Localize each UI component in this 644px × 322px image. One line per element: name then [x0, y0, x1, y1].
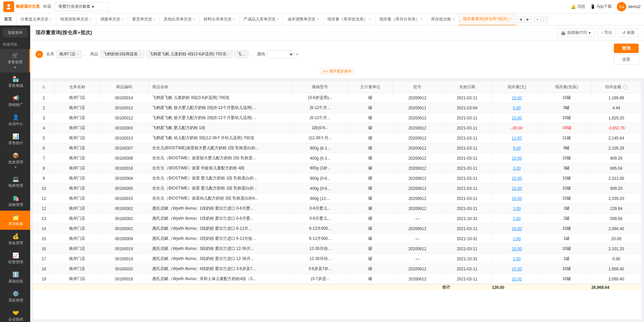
cell-qty[interactable]: 10.00 — [492, 93, 542, 103]
tab-transfer[interactable]: 调拨单历史 × — [96, 13, 128, 25]
tab-product-in[interactable]: 产成品入库单历史 × — [239, 13, 283, 25]
table-row: 1 南岸门店 00100014 飞鹤星飞帆 儿童奶粉 4段(3-6岁适用) 70… — [33, 93, 641, 103]
tab-home[interactable]: 首页 — [0, 13, 16, 25]
cell-qty[interactable]: 10.00 — [492, 224, 542, 234]
product-tag-1[interactable]: 飞鹤星飞帆 儿童奶粉 4段(3-6岁适用) 700克 × — [146, 50, 233, 58]
cell-qty[interactable]: 2.00 — [492, 214, 542, 224]
search-menu-button[interactable]: 搜索菜单 — [3, 28, 28, 37]
table-row: 19 南岸门店 00100018 惠氏启赋（Wyeth illuma）亲和人体儿… — [33, 274, 641, 284]
cell-batch: — — [392, 254, 442, 264]
sidebar-item-label: 零售商城 — [8, 83, 23, 88]
cell-qty[interactable]: 10.00 — [492, 153, 542, 163]
sidebar-item-system[interactable]: ⚙️ 系统管理 — [0, 287, 30, 306]
close-icon[interactable]: × — [369, 17, 371, 21]
cell-code: 00100003 — [99, 123, 149, 133]
tab-demand[interactable]: 要货单历史 × — [128, 13, 160, 25]
quick-nav-label[interactable]: 快捷导航 — [0, 40, 30, 49]
close-icon[interactable]: × — [421, 17, 423, 21]
messages-button[interactable]: 🔔 消息 — [571, 4, 585, 9]
tab-batch-ledger[interactable]: 库存批次账 × — [427, 13, 459, 25]
sidebar-item-enterprise[interactable]: 🤝 企业协同 — [0, 306, 30, 322]
cell-spec: 0-6月婴儿... — [292, 204, 348, 214]
tab-material-out[interactable]: 材料出库单历史 × — [200, 13, 239, 25]
product-tag-close-icon[interactable]: × — [139, 52, 141, 56]
cell-qty[interactable]: 10.00 — [492, 274, 542, 284]
setting-button[interactable]: 设置 — [614, 54, 639, 65]
table-body: 1 南岸门店 00100014 飞鹤星飞帆 儿童奶粉 4段(3-6岁适用) 70… — [33, 93, 641, 284]
close-icon[interactable]: × — [509, 17, 512, 21]
query-button[interactable]: 查询 — [614, 44, 639, 53]
sidebar-item-retail[interactable]: 🛒 零售管理 ▼ — [0, 49, 30, 72]
warehouse-more-button[interactable]: ... — [84, 52, 87, 56]
product-more-button[interactable]: ... — [251, 52, 254, 56]
close-icon[interactable]: × — [452, 17, 454, 21]
tab-prev-button[interactable]: ◀ — [517, 16, 524, 23]
tab-stock-dist[interactable]: 现存量（库存分布表） × — [375, 13, 427, 25]
balance-info-icon[interactable]: i — [623, 85, 628, 90]
basic-icon: ℹ️ — [12, 271, 19, 278]
sidebar-item-member[interactable]: 👤 会员中心 — [0, 111, 30, 130]
industry-selector[interactable]: 母婴行业演示账套 ▾ — [55, 2, 108, 11]
sidebar-item-retail-mall[interactable]: 🏪 零售商城 — [0, 72, 30, 92]
filter-expand-button[interactable]: ▷ — [36, 51, 43, 58]
cell-qty[interactable]: 0.00 — [492, 103, 542, 113]
product-tag-close-icon[interactable]: × — [228, 52, 230, 56]
close-icon[interactable]: × — [154, 17, 156, 21]
cell-qty[interactable]: 1.00 — [492, 254, 542, 264]
close-icon[interactable]: × — [122, 17, 124, 21]
cell-qty[interactable]: 10.00 — [492, 173, 542, 183]
gear-icon[interactable]: ⚙ — [42, 85, 46, 90]
cell-qty[interactable]: 1.00 — [492, 204, 542, 214]
refresh-button[interactable]: ↺ 刷新 — [619, 28, 639, 37]
cell-qty[interactable]: 11.00 — [492, 133, 542, 143]
sidebar-item-label: 基础信息 — [8, 279, 23, 284]
sidebar-item-retail-stat[interactable]: 📊 零售统计 — [0, 130, 30, 149]
cell-qty[interactable]: 10.00 — [492, 264, 542, 274]
tab-next-button[interactable]: ▶ — [525, 16, 531, 23]
cell-qty[interactable]: 10.00 — [492, 194, 542, 204]
tab-stock-status[interactable]: 现存量（库存状况表） × — [323, 13, 375, 25]
tabs-bar: 首页 分量盘点单历史 × 组装拆卸单历史 × 调拨单历史 × 要货单历史 × 其… — [0, 13, 644, 25]
template-print-button[interactable]: 🖨️ 按模板打印 ▾ — [557, 28, 594, 37]
tab-current-active[interactable]: 现存量查询(按仓库+批次) × — [459, 13, 516, 25]
cell-qty[interactable]: 9.00 — [492, 143, 542, 153]
product-tag-more[interactable]: 飞… — [234, 50, 249, 58]
warehouse-tag[interactable]: 南岸门店 × — [56, 50, 82, 58]
sidebar-item-ecommerce[interactable]: 💻 电商管理 — [0, 172, 30, 192]
cell-code: 00100020 — [99, 264, 149, 274]
tab-close-current-button[interactable]: × — [534, 16, 541, 23]
tab-split-history[interactable]: 分量盘点单历史 × — [16, 13, 56, 25]
cell-qty[interactable]: 10.00 — [492, 113, 542, 123]
col-num-header: ⚙ — [33, 82, 55, 93]
tab-group-dismantle[interactable]: 组装拆卸单历史 × — [56, 13, 96, 25]
close-icon[interactable]: × — [317, 17, 319, 21]
cell-qty[interactable]: 10.00 — [492, 183, 542, 194]
color-select[interactable] — [267, 50, 294, 58]
tab-fullscreen-button[interactable]: ⛶ — [541, 16, 548, 23]
app-download-button[interactable]: 📱 App下载 — [590, 4, 612, 9]
table-row: 9 南岸门店 00100004 合生元（BIOSTIME）派星 婴儿配方奶粉 1… — [33, 173, 641, 183]
warehouse-tag-close-icon[interactable]: × — [77, 52, 79, 56]
cell-qty[interactable]: 3.00 — [492, 163, 542, 173]
tab-other-out[interactable]: 其他出库单历史 × — [160, 13, 200, 25]
close-icon[interactable]: × — [50, 17, 52, 21]
product-tag-0[interactable]: 飞鹤奶粉3段两提装 × — [100, 50, 144, 58]
sidebar-item-wholesale[interactable]: 📦 批发管理 ▼ — [0, 149, 30, 172]
sidebar-item-finance[interactable]: 💰 资金管理 — [0, 230, 30, 249]
sidebar-item-label: 企业协同 — [8, 317, 23, 322]
finance-icon: 💰 — [12, 233, 19, 239]
close-icon[interactable]: × — [233, 17, 235, 21]
close-icon[interactable]: × — [277, 17, 279, 21]
sidebar-item-purchase[interactable]: 🛍️ 采购管理 — [0, 192, 30, 211]
close-icon[interactable]: × — [90, 17, 92, 21]
sidebar-item-basic[interactable]: ℹ️ 基础信息 — [0, 268, 30, 287]
expand-more-button[interactable]: ∨∨ 展开更多条件 — [320, 67, 354, 75]
sidebar-item-business[interactable]: 📈 经营管理 — [0, 249, 30, 268]
cell-qty[interactable]: 1.00 — [492, 234, 542, 244]
sidebar-item-stock[interactable]: 🗂️ 库存核算 — [0, 211, 30, 230]
tab-cost-adjust[interactable]: 成本调整单历史 × — [283, 13, 323, 25]
sidebar-item-marketing[interactable]: 📢 营销推广 — [0, 92, 30, 111]
cell-qty[interactable]: 10.00 — [492, 244, 542, 254]
close-icon[interactable]: × — [193, 17, 195, 21]
export-button[interactable]: ↑ 导出 — [597, 28, 616, 37]
